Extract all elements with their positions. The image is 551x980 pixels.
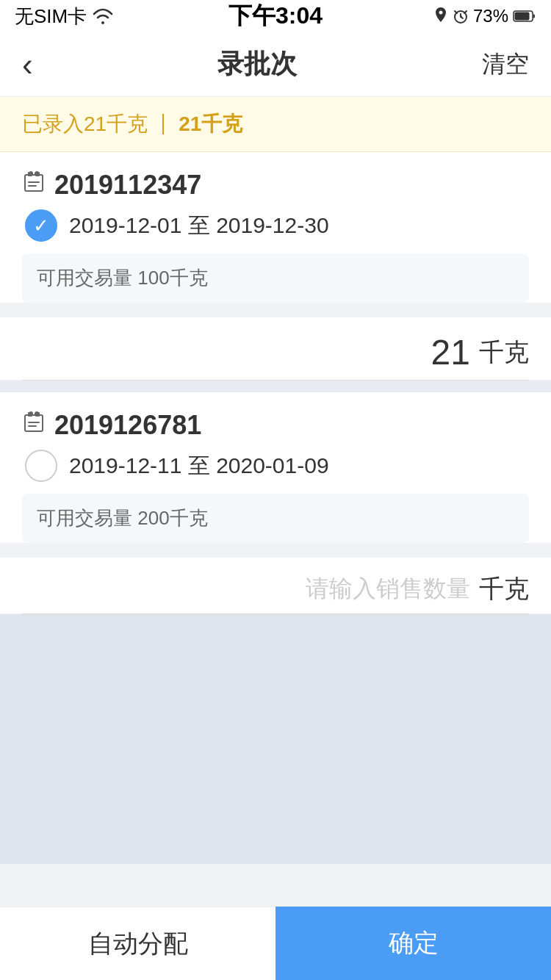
page-title: 录批次 <box>217 46 297 82</box>
batch-1-quantity-row: 21 千克 <box>0 317 551 380</box>
batch-2-avail-box: 可用交易量 200千克 <box>22 494 529 543</box>
svg-rect-2 <box>515 12 530 21</box>
batch-2-avail-text: 可用交易量 200千克 <box>37 507 208 529</box>
nav-bar: ‹ 录批次 清空 <box>0 32 551 97</box>
batch-1-icon <box>22 170 46 200</box>
check-mark: ✓ <box>33 215 49 237</box>
input-placeholder: 请输入销售数量 <box>306 573 470 605</box>
batch-1-radio[interactable]: ✓ <box>25 209 57 242</box>
gray-area <box>0 614 551 864</box>
status-time: 下午3:04 <box>228 0 323 32</box>
batch-2-header: 2019126781 <box>22 410 529 441</box>
batch-1-date: 2019-12-01 至 2019-12-30 <box>69 211 329 241</box>
batch-1-header: 2019112347 <box>22 170 529 201</box>
batch-2-radio[interactable] <box>25 450 57 482</box>
banner-divider <box>162 114 164 134</box>
status-left: 无SIM卡 <box>15 4 113 29</box>
confirm-label: 确定 <box>389 926 439 960</box>
svg-rect-5 <box>35 172 40 176</box>
quantity-unit: 千克 <box>479 336 529 370</box>
batch-2-date-row[interactable]: 2019-12-11 至 2020-01-09 <box>22 450 529 482</box>
batch-2-input-row: 请输入销售数量 千克 <box>0 558 551 613</box>
info-banner: 已录入21千克 21千克 <box>0 97 551 152</box>
auto-distribute-button[interactable]: 自动分配 <box>0 907 276 980</box>
batch-2-id: 2019126781 <box>54 410 201 441</box>
batch-item-2: 2019126781 2019-12-11 至 2020-01-09 可用交易量… <box>0 392 551 543</box>
svg-rect-7 <box>28 412 32 417</box>
alarm-icon <box>453 8 469 24</box>
status-right: 73% <box>433 6 536 26</box>
svg-rect-8 <box>35 412 40 417</box>
back-button[interactable]: ‹ <box>22 46 33 83</box>
auto-distribute-label: 自动分配 <box>88 927 188 961</box>
batch-1-avail-box: 可用交易量 100千克 <box>22 253 529 303</box>
recorded-label: 已录入21千克 <box>22 110 148 138</box>
wifi-icon <box>93 8 113 24</box>
bottom-bar: 自动分配 确定 <box>0 907 551 980</box>
confirm-button[interactable]: 确定 <box>276 907 551 980</box>
batch-1-id: 2019112347 <box>54 170 201 201</box>
battery-icon <box>513 10 536 23</box>
batch-item-1: 2019112347 ✓ 2019-12-01 至 2019-12-30 可用交… <box>0 152 551 303</box>
batch-1-avail-text: 可用交易量 100千克 <box>37 267 208 289</box>
location-icon <box>433 7 448 25</box>
input-unit: 千克 <box>479 572 529 606</box>
no-sim-text: 无SIM卡 <box>15 4 87 29</box>
battery-text: 73% <box>473 6 508 26</box>
batch-2-icon <box>22 411 46 440</box>
batch-2-date: 2019-12-11 至 2020-01-09 <box>69 451 329 481</box>
section-divider <box>0 381 551 392</box>
recorded-value: 21千克 <box>179 110 242 138</box>
batch-1-date-row[interactable]: ✓ 2019-12-01 至 2019-12-30 <box>22 209 529 242</box>
status-bar: 无SIM卡 下午3:04 73% <box>0 0 551 32</box>
svg-rect-4 <box>28 172 32 176</box>
clear-button[interactable]: 清空 <box>482 48 529 81</box>
quantity-value[interactable]: 21 <box>431 332 470 372</box>
